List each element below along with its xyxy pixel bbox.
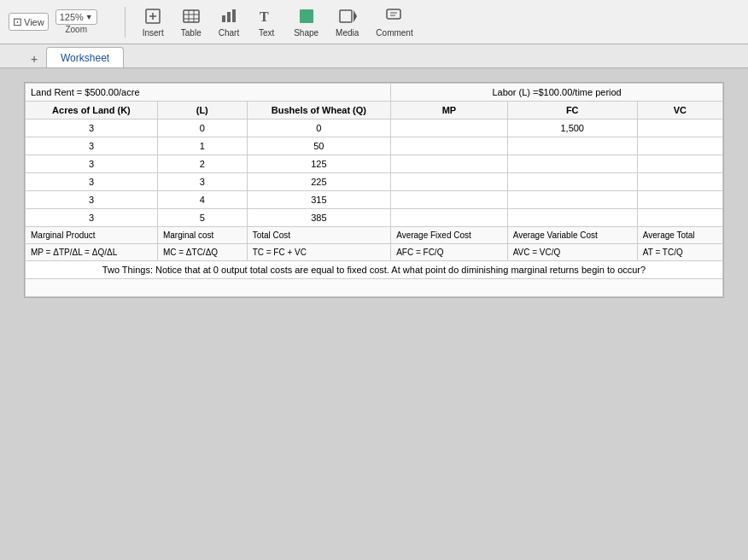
cell-q-5[interactable]: 385 — [247, 209, 391, 227]
insert-button[interactable]: Insert — [136, 3, 171, 41]
cell-fc-4[interactable] — [507, 191, 637, 209]
chart-button[interactable]: Chart — [212, 3, 246, 41]
cell-l-2[interactable]: 2 — [157, 155, 247, 173]
formula-header-5: Average Total — [637, 227, 722, 244]
cell-vc-5[interactable] — [637, 209, 722, 227]
cell-q-4[interactable]: 315 — [247, 191, 391, 209]
formula-header-3: Average Fixed Cost — [391, 227, 508, 244]
data-row-0: 3 0 0 1,500 — [26, 120, 723, 137]
cell-vc-2[interactable] — [637, 155, 722, 173]
col-header-row: Acres of Land (K) (L) Bushels of Wheat (… — [26, 102, 723, 120]
data-row-2: 3 2 125 — [26, 155, 723, 173]
col-header-vc: VC — [637, 102, 722, 120]
cell-fc-1[interactable] — [507, 137, 637, 155]
cell-mp-4[interactable] — [391, 191, 508, 209]
insert-icon — [143, 6, 163, 26]
table-header-row: Land Rent = $500.00/acre Labor (L) =$100… — [26, 84, 723, 102]
toolbar-divider-1 — [125, 7, 126, 38]
content-area: Land Rent = $500.00/acre Labor (L) =$100… — [0, 68, 748, 560]
cell-k-0[interactable]: 3 — [26, 120, 158, 137]
cell-q-1[interactable]: 50 — [247, 137, 391, 155]
labor-label: Labor (L) =$100.00/time period — [391, 84, 723, 102]
cell-q-2[interactable]: 125 — [247, 155, 391, 173]
cell-vc-3[interactable] — [637, 173, 722, 191]
formula-value-3: AFC = FC/Q — [391, 244, 508, 261]
table-label: Table — [181, 28, 202, 38]
view-group: ⊡ View — [9, 13, 49, 31]
svg-rect-3 — [184, 10, 199, 22]
cell-fc-2[interactable] — [507, 155, 637, 173]
data-row-1: 3 1 50 — [26, 137, 723, 155]
table-icon — [181, 6, 202, 26]
spreadsheet: Land Rent = $500.00/acre Labor (L) =$100… — [24, 82, 724, 298]
table-button[interactable]: Table — [174, 3, 208, 41]
text-icon: T — [256, 6, 277, 26]
media-button[interactable]: Media — [329, 3, 365, 41]
cell-mp-5[interactable] — [391, 209, 508, 227]
svg-rect-13 — [340, 10, 352, 22]
tabbar: + Worksheet — [0, 44, 748, 68]
insert-label: Insert — [143, 28, 164, 38]
formula-header-row: Marginal Product Marginal cost Total Cos… — [26, 227, 723, 244]
cell-mp-0[interactable] — [391, 120, 508, 137]
col-header-mp: MP — [391, 102, 508, 120]
cell-k-5[interactable]: 3 — [26, 209, 158, 227]
zoom-label: Zoom — [65, 25, 87, 34]
worksheet-tab-label: Worksheet — [61, 52, 109, 64]
cell-l-4[interactable]: 4 — [157, 191, 247, 209]
cell-fc-5[interactable] — [507, 209, 637, 227]
formula-value-0: MP = ΔTP/ΔL = ΔQ/ΔL — [26, 244, 158, 261]
cell-l-0[interactable]: 0 — [157, 120, 247, 137]
formula-header-2: Total Cost — [247, 227, 391, 244]
comment-button[interactable]: Comment — [369, 3, 419, 41]
media-label: Media — [336, 28, 359, 38]
cell-k-2[interactable]: 3 — [26, 155, 158, 173]
zoom-value: 125% — [60, 12, 84, 22]
add-sheet-button[interactable]: + — [26, 50, 43, 67]
cell-vc-4[interactable] — [637, 191, 722, 209]
formula-value-5: AT = TC/Q — [637, 244, 722, 261]
cell-l-5[interactable]: 5 — [157, 209, 247, 227]
svg-marker-14 — [354, 10, 357, 22]
media-icon — [337, 6, 358, 26]
view-select[interactable]: ⊡ View — [9, 13, 49, 31]
view-label: View — [24, 17, 44, 27]
zoom-select[interactable]: 125% ▼ — [56, 9, 97, 25]
notes-text: Two Things: Notice that at 0 output tota… — [26, 261, 723, 279]
col-header-l: (L) — [157, 102, 247, 120]
cell-l-1[interactable]: 1 — [157, 137, 247, 155]
formula-value-1: MC = ΔTC/ΔQ — [157, 244, 247, 261]
cell-mp-3[interactable] — [391, 173, 508, 191]
shape-button[interactable]: Shape — [287, 3, 325, 41]
cell-q-3[interactable]: 225 — [247, 173, 391, 191]
worksheet-tab[interactable]: Worksheet — [46, 47, 124, 67]
svg-text:T: T — [260, 9, 269, 24]
toolbar-left: ⊡ View 125% ▼ Zoom — [9, 9, 97, 34]
cell-k-4[interactable]: 3 — [26, 191, 158, 209]
data-row-5: 3 5 385 — [26, 209, 723, 227]
cell-vc-0[interactable] — [637, 120, 722, 137]
cell-mp-2[interactable] — [391, 155, 508, 173]
cell-fc-0[interactable]: 1,500 — [507, 120, 637, 137]
svg-rect-8 — [222, 15, 225, 22]
cell-vc-1[interactable] — [637, 137, 722, 155]
svg-rect-15 — [387, 9, 400, 19]
chevron-down-icon: ▼ — [85, 13, 93, 21]
data-row-3: 3 3 225 — [26, 173, 723, 191]
col-header-q: Bushels of Wheat (Q) — [247, 102, 391, 120]
cell-k-1[interactable]: 3 — [26, 137, 158, 155]
cell-k-3[interactable]: 3 — [26, 173, 158, 191]
formula-value-2: TC = FC + VC — [247, 244, 391, 261]
zoom-group: 125% ▼ Zoom — [56, 9, 97, 34]
shape-icon — [296, 6, 317, 26]
cell-mp-1[interactable] — [391, 137, 508, 155]
cell-l-3[interactable]: 3 — [157, 173, 247, 191]
land-rent-label: Land Rent = $500.00/acre — [26, 84, 391, 102]
cell-fc-3[interactable] — [507, 173, 637, 191]
cell-q-0[interactable]: 0 — [247, 120, 391, 137]
formula-value-4: AVC = VC/Q — [507, 244, 637, 261]
data-table: Land Rent = $500.00/acre Labor (L) =$100… — [25, 83, 723, 297]
empty-row — [26, 279, 723, 297]
svg-rect-10 — [232, 9, 236, 22]
text-button[interactable]: T Text — [249, 3, 283, 41]
